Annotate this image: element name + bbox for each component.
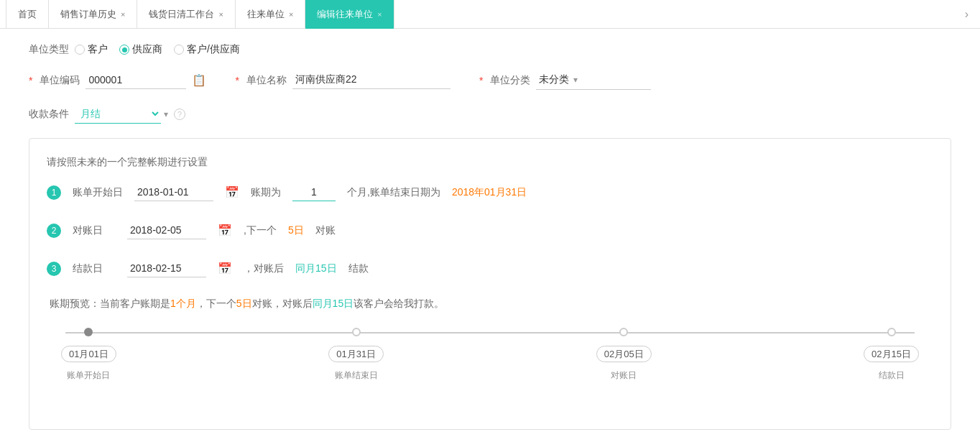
period-date-1[interactable] (134, 183, 213, 201)
period-calendar-1-icon[interactable]: 📅 (225, 185, 239, 199)
timeline-dot-1 (352, 328, 361, 336)
timeline-date-3: 02月15日 (864, 346, 919, 362)
period-label-2: 对账日 (73, 224, 116, 237)
period-section: 请按照未来的一个完整帐期进行设置 1 账单开始日 📅 账期为 个月,账单结束日期… (29, 138, 951, 430)
unit-name-field: * 单位名称 (235, 71, 450, 89)
radio-customer[interactable]: 客户 (75, 43, 108, 56)
payment-cond-chevron-icon: ▾ (164, 109, 168, 119)
unit-name-label: 单位名称 (246, 74, 287, 87)
timeline-dot-0 (84, 328, 93, 336)
timeline-badge-3: 02月15日 (864, 348, 919, 361)
payment-cond-field: 收款条件 月结 ▾ ? (29, 104, 185, 124)
period-label-3: 结款日 (73, 262, 116, 275)
section-hint: 请按照未来的一个完整帐期进行设置 (47, 156, 933, 169)
period-row-3: 3 结款日 📅 ，对账后同月15日 结款 (47, 259, 933, 277)
tab-home[interactable]: 首页 (6, 0, 49, 29)
timeline-dot-3 (887, 328, 896, 336)
timeline-date-0: 01月01日 (61, 346, 116, 362)
period-desc-suffix-3: 结款 (348, 262, 369, 275)
period-text-before-1: 账期为 (251, 186, 281, 199)
period-calendar-2-icon[interactable]: 📅 (218, 224, 232, 237)
tab-edit-partner-label: 编辑往来单位 (317, 8, 373, 21)
timeline-label-3: 结款日 (879, 369, 905, 382)
period-date-2[interactable] (127, 221, 206, 239)
period-months-input[interactable] (292, 183, 336, 201)
unit-name-input[interactable] (292, 71, 450, 89)
period-number-2: 2 (47, 224, 61, 238)
preview-part2: 5日 (236, 298, 252, 309)
unit-name-required: * (235, 75, 239, 86)
period-desc-highlight-2: 5日 (288, 224, 304, 237)
unit-type-field: 单位类型 客户 供应商 客户/供应商 (29, 43, 240, 56)
unit-type-row: 单位类型 客户 供应商 客户/供应商 (29, 43, 951, 56)
radio-both[interactable]: 客户/供应商 (174, 43, 240, 56)
timeline-point-0: 01月01日 账单开始日 (61, 328, 116, 382)
preview-suffix: 该客户会给我打款。 (353, 298, 444, 309)
period-number-3: 3 (47, 262, 61, 276)
timeline-badge-2: 02月05日 (596, 348, 652, 361)
tab-home-label: 首页 (18, 8, 37, 21)
tab-sales-history[interactable]: 销售订单历史 × (49, 0, 137, 29)
preview-middle2: 对账，对账后 (252, 298, 313, 309)
payment-cond-row: 收款条件 月结 ▾ ? (29, 104, 951, 124)
unit-code-calendar-icon[interactable]: 📋 (192, 73, 206, 87)
radio-both-label: 客户/供应商 (187, 43, 240, 56)
preview-section: 账期预览：当前客户账期是1个月，下一个5日对账，对账后同月15日该客户会给我打款… (47, 298, 933, 310)
period-calendar-3-icon[interactable]: 📅 (218, 262, 232, 275)
unit-category-value: 未分类 (539, 73, 569, 86)
tab-partner-label: 往来单位 (247, 8, 285, 21)
period-desc-suffix-2: 对账 (315, 224, 336, 237)
timeline-badge-1: 01月31日 (328, 348, 384, 361)
unit-category-select[interactable]: 未分类 ▾ (536, 70, 651, 90)
period-label-1: 账单开始日 (73, 186, 123, 199)
unit-category-field: * 单位分类 未分类 ▾ (479, 70, 651, 90)
preview-part3: 同月15日 (313, 298, 354, 309)
period-row-2: 2 对账日 📅 ,下一个5日 对账 (47, 221, 933, 239)
period-date-3[interactable] (127, 259, 206, 277)
payment-cond-label: 收款条件 (29, 108, 69, 121)
content-area: 单位类型 客户 供应商 客户/供应商 * 单位编码 (0, 29, 980, 437)
payment-help-icon[interactable]: ? (174, 109, 185, 120)
timeline-badge-0: 01月01日 (61, 348, 116, 361)
timeline-dot-2 (619, 328, 628, 336)
unit-info-row: * 单位编码 📋 * 单位名称 * 单位分类 未分类 ▾ (29, 70, 951, 90)
timeline-label-2: 对账日 (611, 369, 637, 382)
radio-customer-circle (75, 45, 85, 55)
timeline-point-3: 02月15日 结款日 (864, 328, 919, 382)
timeline-date-1: 01月31日 (328, 346, 384, 362)
radio-supplier[interactable]: 供应商 (119, 43, 162, 56)
radio-supplier-circle (119, 45, 129, 55)
tab-edit-partner[interactable]: 编辑往来单位 × (305, 0, 394, 29)
tab-cash-work-label: 钱货日清工作台 (149, 8, 214, 21)
unit-category-chevron-icon: ▾ (573, 75, 578, 85)
period-number-1: 1 (47, 185, 61, 200)
unit-type-label: 单位类型 (29, 43, 69, 56)
radio-supplier-label: 供应商 (132, 43, 162, 56)
timeline-point-2: 02月05日 对账日 (596, 328, 652, 382)
close-edit-partner-icon[interactable]: × (377, 10, 382, 19)
preview-prefix: 账期预览：当前客户账期是 (50, 298, 170, 309)
period-unit-text: 个月,账单结束日期为 (347, 186, 440, 199)
unit-category-label: 单位分类 (490, 74, 530, 87)
timeline-label-0: 账单开始日 (67, 369, 110, 382)
unit-category-required: * (479, 75, 483, 86)
period-desc-prefix-2: ,下一个 (244, 224, 277, 237)
timeline-date-2: 02月05日 (596, 346, 652, 362)
preview-middle1: ，下一个 (196, 298, 236, 309)
tab-more-arrow[interactable]: › (959, 8, 974, 21)
close-cash-work-icon[interactable]: × (218, 10, 223, 19)
timeline-section: 01月01日 账单开始日 01月31日 账单结束日 02月05日 (47, 328, 933, 418)
period-row-1: 1 账单开始日 📅 账期为 个月,账单结束日期为 2018年01月31日 (47, 183, 933, 201)
timeline-line (65, 332, 915, 334)
unit-code-label: 单位编码 (40, 74, 80, 87)
tab-partner[interactable]: 往来单位 × (236, 0, 305, 29)
close-partner-icon[interactable]: × (289, 10, 293, 19)
close-sales-history-icon[interactable]: × (121, 10, 125, 19)
tab-cash-work[interactable]: 钱货日清工作台 × (137, 0, 235, 29)
radio-customer-label: 客户 (88, 43, 108, 56)
tabs-bar: 首页 销售订单历史 × 钱货日清工作台 × 往来单位 × 编辑往来单位 × › (0, 0, 980, 29)
period-desc-prefix-3: ，对账后 (244, 262, 284, 275)
unit-code-input[interactable] (85, 71, 186, 89)
radio-both-circle (174, 45, 184, 55)
payment-cond-select[interactable]: 月结 (75, 104, 161, 124)
